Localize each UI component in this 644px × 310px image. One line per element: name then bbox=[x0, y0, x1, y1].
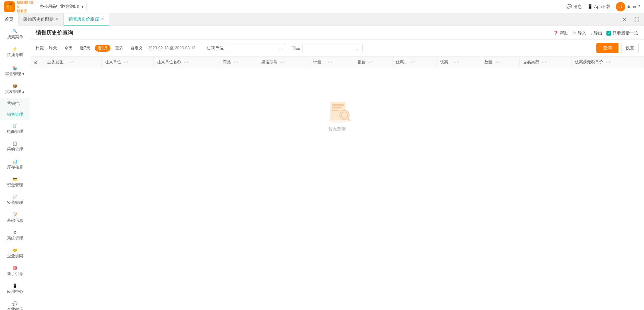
th-discount2[interactable]: 优惠... ▲▼ bbox=[437, 57, 481, 68]
sidebar-item-quick-nav[interactable]: ⚡ 快捷导航 bbox=[0, 43, 30, 61]
tab-purchase-close[interactable]: ✕ bbox=[56, 17, 59, 21]
sidebar-cooperation-label: 企业协同 bbox=[7, 253, 23, 259]
sort-arrows-quote: ▲▼ bbox=[368, 61, 373, 64]
sidebar-item-finance[interactable]: 💳 资金管理 bbox=[0, 173, 30, 191]
date-btn-last1m[interactable]: 近1月 bbox=[95, 45, 111, 52]
sidebar-item-sales-mgmt[interactable]: 销售管理 bbox=[0, 109, 30, 120]
svg-rect-4 bbox=[332, 110, 339, 111]
tab-sales-history[interactable]: 销售历史价跟踪 ✕ bbox=[64, 13, 109, 25]
sidebar: 🔍 搜索菜单 ⚡ 快捷导航 🏪 零售管理 ▼ 📦 批发管理 ▲ 营销推广 bbox=[0, 25, 30, 310]
th-unit[interactable]: 计量... ▲▼ bbox=[310, 57, 354, 68]
chevron-down-icon: ▾ bbox=[82, 4, 84, 9]
th-discount1[interactable]: 优惠... ▲▼ bbox=[392, 57, 437, 68]
sort-arrows-trade-type: ▲▼ bbox=[541, 61, 547, 64]
sidebar-app-center-label: 应用中心 bbox=[7, 289, 23, 295]
sidebar-item-system[interactable]: ⚙ 系统管理 bbox=[0, 227, 30, 245]
import-icon: ⟳ bbox=[573, 31, 576, 36]
sidebar-item-wholesale[interactable]: 📦 批发管理 ▲ bbox=[0, 80, 30, 98]
export-btn[interactable]: ↓ 导出 bbox=[590, 30, 603, 36]
chevron-down-icon: ▼ bbox=[22, 72, 25, 76]
product-label: 商品 bbox=[291, 45, 300, 51]
sidebar-item-operations[interactable]: 📈 经营管理 bbox=[0, 191, 30, 209]
customer-input[interactable]: ... bbox=[226, 44, 286, 52]
help-btn[interactable]: ❓ 帮助 bbox=[553, 30, 569, 36]
sidebar-item-basic-info[interactable]: 📝 基础信息 bbox=[0, 209, 30, 227]
import-btn[interactable]: ⟳ 导入 bbox=[573, 30, 586, 36]
table-wrapper: ⚙ 业务发生... ▲▼ 往来单位 ▲▼ 往来单位名称 ▲▼ bbox=[30, 57, 644, 310]
sidebar-item-corp-wechat[interactable]: 💬 企业微信 bbox=[0, 298, 30, 310]
gear-icon: ⚙ bbox=[34, 60, 38, 65]
th-setting[interactable]: ⚙ bbox=[30, 57, 44, 68]
import-label: 导入 bbox=[578, 30, 586, 36]
th-trade-type-label: 交易类型 bbox=[523, 60, 539, 64]
th-partner-code-label: 往来单位 bbox=[105, 60, 121, 64]
customer-filter-group: 往来单位 ... bbox=[206, 44, 286, 52]
sidebar-item-search[interactable]: 🔍 搜索菜单 bbox=[0, 25, 30, 43]
sidebar-item-app-center[interactable]: 📱 应用中心 bbox=[0, 280, 30, 298]
message-label: 消息 bbox=[573, 4, 582, 10]
sort-arrows-discount1: ▲▼ bbox=[410, 61, 415, 64]
setting-button[interactable]: 设置 bbox=[621, 43, 639, 53]
user-profile[interactable]: d demo2 bbox=[616, 2, 640, 11]
sidebar-item-marketing[interactable]: 营销推广 bbox=[0, 98, 30, 109]
th-partner-code[interactable]: 往来单位 ▲▼ bbox=[101, 57, 153, 68]
th-pretax-price-label: 优惠前无税单价 bbox=[575, 60, 603, 64]
search-icon: 🔍 bbox=[12, 29, 17, 34]
chevron-up-icon: ▲ bbox=[22, 90, 25, 94]
sidebar-newbie-label: 新手引导 bbox=[7, 271, 23, 277]
retail-icon: 🏪 bbox=[12, 66, 17, 70]
th-partner-name[interactable]: 往来单位名称 ▲▼ bbox=[153, 57, 219, 68]
tab-maximize[interactable]: ⛶ bbox=[632, 15, 641, 24]
page-actions: ❓ 帮助 ⟳ 导入 ↓ 导出 ✓ 只看最后一次 bbox=[553, 30, 639, 36]
th-quote[interactable]: 报价 ▲▼ bbox=[354, 57, 392, 68]
th-spec[interactable]: 规格型号 ▲▼ bbox=[258, 57, 310, 68]
sidebar-item-ecommerce[interactable]: 🛒 电商管理 bbox=[0, 120, 30, 138]
avatar: d bbox=[616, 2, 625, 11]
date-btn-today[interactable]: 今天 bbox=[62, 45, 75, 52]
tab-purchase-history[interactable]: 采购历史价跟踪 ✕ bbox=[18, 13, 64, 25]
product-filter-group: 商品 ... bbox=[291, 44, 363, 52]
date-btn-last7[interactable]: 近7天 bbox=[77, 45, 93, 52]
sidebar-item-cooperation[interactable]: 🤝 企业协同 bbox=[0, 245, 30, 262]
sidebar-item-inventory[interactable]: 📊 库存核算 bbox=[0, 156, 30, 173]
sidebar-system-label: 系统管理 bbox=[7, 236, 23, 241]
product-input[interactable]: ... bbox=[302, 44, 363, 52]
sidebar-item-newbie[interactable]: 🎯 新手引导 bbox=[0, 262, 30, 280]
tab-sales-close[interactable]: ✕ bbox=[101, 17, 104, 21]
empty-illustration bbox=[324, 95, 351, 122]
sidebar-item-purchase[interactable]: 📋 采购管理 bbox=[0, 138, 30, 156]
date-btn-yesterday[interactable]: 昨天 bbox=[46, 45, 60, 52]
sort-arrows-pretax-price: ▲▼ bbox=[605, 61, 611, 64]
sort-arrows-product: ▲▼ bbox=[233, 61, 238, 64]
th-quantity-label: 数量 bbox=[484, 60, 492, 64]
only-last-label: 只看最后一次 bbox=[612, 30, 639, 36]
customer-dots: ... bbox=[279, 45, 283, 51]
sidebar-item-retail[interactable]: 🏪 零售管理 ▼ bbox=[0, 62, 30, 80]
app-download-btn[interactable]: 📱 App下载 bbox=[587, 4, 610, 10]
inventory-icon: 📊 bbox=[12, 159, 17, 164]
export-icon: ↓ bbox=[590, 31, 593, 36]
only-last-checkbox-wrapper[interactable]: ✓ 只看最后一次 bbox=[606, 30, 639, 36]
th-biz-date[interactable]: 业务发生... ▲▼ bbox=[44, 57, 101, 68]
help-label: 帮助 bbox=[560, 30, 569, 36]
th-quantity[interactable]: 数量 ▲▼ bbox=[481, 57, 519, 68]
sort-arrows-partner-name: ▲▼ bbox=[183, 61, 189, 64]
tab-sales-label: 销售历史价跟踪 bbox=[68, 16, 99, 22]
date-btn-custom[interactable]: 自定义 bbox=[128, 45, 145, 52]
sidebar-purchase-label: 采购管理 bbox=[7, 147, 23, 152]
query-button[interactable]: 查询 bbox=[596, 43, 619, 53]
filter-buttons: 查询 设置 bbox=[596, 43, 639, 53]
tab-home[interactable]: 首页 bbox=[0, 13, 18, 25]
sidebar-basic-info-label: 基础信息 bbox=[7, 218, 23, 223]
th-pretax-price[interactable]: 优惠前无税单价 ▲▼ bbox=[572, 57, 644, 68]
tab-close-window[interactable]: ✕ bbox=[620, 15, 629, 24]
app-download-label: App下载 bbox=[594, 4, 610, 10]
newbie-icon: 🎯 bbox=[12, 266, 17, 270]
app-selector[interactable]: 办公用品行业模拟账套 ▾ bbox=[37, 2, 87, 11]
top-bar: 🍊 畅捷通好生意 标准版 办公用品行业模拟账套 ▾ 💬 消息 📱 App下载 d… bbox=[0, 0, 644, 13]
th-trade-type[interactable]: 交易类型 ▲▼ bbox=[519, 57, 571, 68]
th-product[interactable]: 商品 ▲▼ bbox=[219, 57, 258, 68]
date-btn-more[interactable]: 更多 bbox=[112, 45, 126, 52]
empty-text: 暂无数据 bbox=[328, 126, 346, 132]
message-btn[interactable]: 💬 消息 bbox=[567, 4, 582, 10]
